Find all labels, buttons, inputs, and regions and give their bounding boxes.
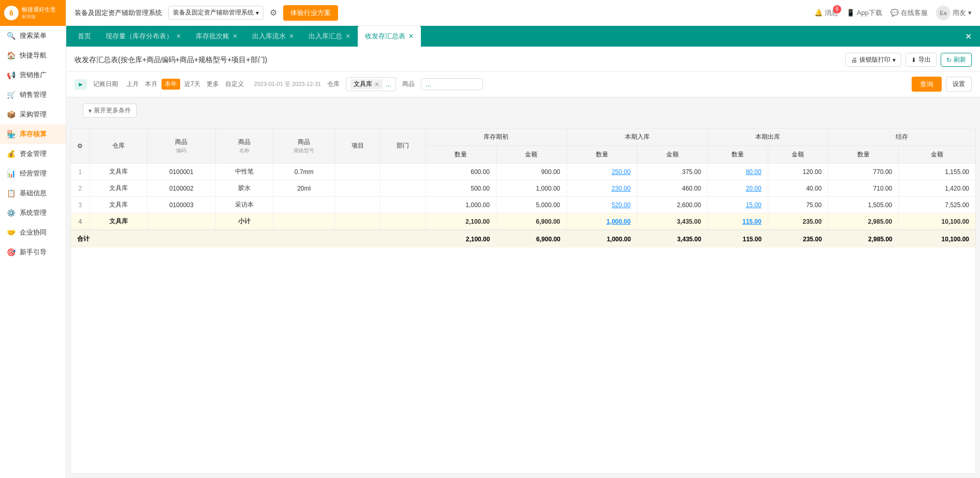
goods-filter-input[interactable]: ... [421,78,483,90]
chevron-down-icon: ▾ [893,56,896,64]
sidebar-item-label: 销售管理 [20,90,47,99]
date-btn-7days[interactable]: 近7天 [182,79,202,90]
sidebar-item-operation[interactable]: 📊 经营管理 [0,164,66,183]
cell-in-qty[interactable]: 1,000.00 [567,213,637,230]
online-service-button[interactable]: 💬 在线客服 [890,8,928,18]
tab-close-icon[interactable]: ✕ [408,33,414,40]
page-header: 收发存汇总表(按仓库+商品编码+商品+规格型号+项目+部门) 🖨 拔锁版打印 ▾… [66,47,980,71]
date-btn-custom[interactable]: 自定义 [223,79,246,90]
app-download-button[interactable]: 📱 App下载 [846,8,882,18]
cell-start-qty: 2,100.00 [426,213,496,230]
settings-icon[interactable]: ⚙ [270,8,277,18]
goods-more-icon[interactable]: ... [426,80,431,88]
app-edition: 标准版 [22,13,56,20]
cell-project [335,180,381,197]
bell-icon: 🔔 [814,9,823,17]
tab-close-icon[interactable]: ✕ [232,33,238,40]
sidebar-item-finance[interactable]: 💰 资金管理 [0,144,66,164]
print-button[interactable]: 🖨 拔锁版打印 ▾ [845,53,901,67]
setting-button[interactable]: 设置 [946,77,972,92]
filter-expand-btn[interactable]: ► [75,79,87,90]
th-group-out: 本期出库 [708,128,828,146]
warehouse-tag: 文具库 ✕ [350,79,383,89]
cell-out-qty[interactable]: 80.00 [708,164,768,180]
filter-bar: ► 记账日期 上月 本月 本年 近7天 更多 自定义 2023-01-01 至 … [66,71,980,97]
gear-icon: ⚙️ [6,208,16,218]
sidebar-item-enterprise[interactable]: 🤝 企业协同 [0,223,66,242]
user-menu[interactable]: Ea 用友 ▾ [936,6,972,20]
table-settings-header[interactable]: ⚙ [71,128,90,164]
page-content: 收发存汇总表(按仓库+商品编码+商品+规格型号+项目+部门) 🖨 拔锁版打印 ▾… [66,47,980,478]
date-btn-lastmonth[interactable]: 上月 [124,79,141,90]
sidebar-item-label: 企业协同 [20,228,47,237]
trial-button[interactable]: 体验行业方案 [283,5,338,21]
sidebar-item-inventory[interactable]: 🏪 库存核算 [0,124,66,144]
close-all-icon[interactable]: ✕ [961,32,976,41]
date-btn-thismonth[interactable]: 本月 [143,79,159,90]
tab-close-icon[interactable]: ✕ [345,33,350,40]
th-start-qty: 数量 [426,146,496,164]
tab-collect-summary[interactable]: 收发存汇总表 ✕ [358,26,421,47]
tab-close-icon[interactable]: ✕ [176,33,181,40]
printer-icon: 🖨 [851,56,857,64]
cell-project [335,197,381,213]
footer-balance-amt: 10,100.00 [899,230,975,248]
sidebar-item-quicknav[interactable]: 🏠 快捷导航 [0,46,66,65]
refresh-button[interactable]: ↻ 刷新 [941,53,972,67]
warehouse-more-icon[interactable]: ... [386,80,391,88]
main-area: 装备及固定资产辅助管理系统 装备及固定资产辅助管理系统 ▾ ⚙ 体验行业方案 🔔… [66,0,980,478]
sidebar-item-guide[interactable]: 🎯 新手引导 [0,242,66,262]
system-selector[interactable]: 装备及固定资产辅助管理系统 ▾ [168,6,264,20]
cell-warehouse: 文具库 [90,197,147,213]
date-btn-thisyear[interactable]: 本年 [162,79,180,90]
cell-in-qty[interactable]: 520.00 [567,197,637,213]
sidebar-item-system[interactable]: ⚙️ 系统管理 [0,203,66,223]
topbar-right: 🔔 消息 6 📱 App下载 💬 在线客服 Ea 用友 ▾ [814,6,972,20]
cell-out-qty[interactable]: 15.00 [708,197,768,213]
footer-in-amt: 3,435.00 [637,230,708,248]
search-icon: 🔍 [6,31,16,40]
tab-batch[interactable]: 库存批次账 ✕ [188,26,245,47]
sidebar-item-purchase[interactable]: 📦 采购管理 [0,105,66,124]
sidebar-item-search[interactable]: 🔍 搜索菜单 [0,26,66,46]
warehouse-filter-label: 仓库 [327,80,340,89]
cell-project [335,213,381,230]
service-icon: 💬 [890,9,899,17]
app-title: 畅捷通好生意 [22,6,56,13]
th-balance-qty: 数量 [828,146,899,164]
cell-name: 小计 [215,213,273,230]
tab-stock-dist[interactable]: 现存量（库存分布表） ✕ [98,26,188,47]
tab-flow[interactable]: 出入库流水 ✕ [245,26,301,47]
cell-out-qty[interactable]: 115.00 [708,213,768,230]
expand-more-button[interactable]: ▾ 展开更多条件 [83,104,137,118]
sidebar-item-label: 库存核算 [20,129,47,139]
cell-project [335,164,381,180]
messages-button[interactable]: 🔔 消息 6 [814,8,838,18]
tab-summary[interactable]: 出入库汇总 ✕ [301,26,358,47]
handshake-icon: 🤝 [6,228,16,237]
cell-in-qty[interactable]: 230.00 [567,180,637,197]
sidebar-item-basic[interactable]: 📋 基础信息 [0,183,66,203]
sidebar-item-sales[interactable]: 🛒 销售管理 [0,85,66,105]
cell-out-qty[interactable]: 20.00 [708,180,768,197]
export-button[interactable]: ⬇ 导出 [905,53,937,67]
tab-close-icon[interactable]: ✕ [289,33,294,40]
footer-balance-qty: 2,985.00 [828,230,899,248]
table-row: 3文具库0100003采访本1,000.005,000.00520.002,60… [71,197,975,213]
warehouse-filter-input[interactable]: 文具库 ✕ ... [346,77,396,91]
cell-start-amt: 900.00 [496,164,566,180]
messages-badge: 6 [833,5,841,13]
th-group-period-start: 库存期初 [426,128,566,146]
date-btn-more[interactable]: 更多 [204,79,221,90]
tab-home[interactable]: 首页 [70,26,98,47]
cell-balance-amt: 7,525.00 [899,197,975,213]
sidebar-item-marketing[interactable]: 📢 营销推广 [0,65,66,85]
home-icon: 🏠 [6,51,16,60]
cell-in-qty[interactable]: 250.00 [567,164,637,180]
query-button[interactable]: 查询 [912,77,942,92]
tag-close-icon[interactable]: ✕ [374,81,379,88]
chevron-down-icon: ▾ [968,9,972,17]
th-spec: 商品规格型号 [273,128,335,164]
cell-out-amt: 120.00 [768,164,828,180]
date-range-display: 2023-01-01 至 2023-12-31 [254,80,321,88]
